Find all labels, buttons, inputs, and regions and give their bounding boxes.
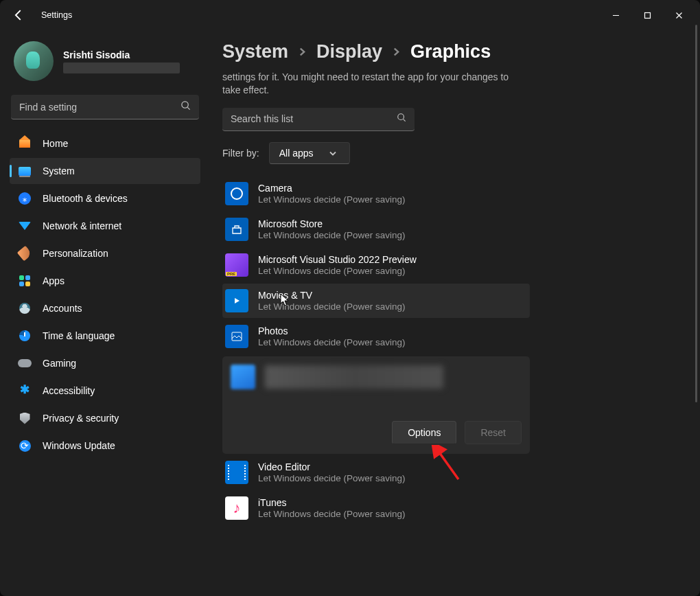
- app-row-itunes[interactable]: ♪ iTunesLet Windows decide (Power saving…: [222, 491, 530, 525]
- profile-name: Srishti Sisodia: [63, 49, 180, 60]
- app-sub: Let Windows decide (Power saving): [258, 194, 406, 205]
- system-icon: [18, 164, 32, 178]
- breadcrumb-graphics: Graphics: [410, 41, 491, 62]
- close-button[interactable]: [663, 4, 695, 26]
- nav-network[interactable]: Network & internet: [10, 213, 200, 239]
- chevron-right-icon: [392, 47, 401, 56]
- sidebar-search-input[interactable]: [19, 102, 180, 113]
- breadcrumb-display[interactable]: Display: [316, 41, 382, 62]
- nav-label: Gaming: [43, 358, 76, 369]
- videoeditor-icon: [225, 461, 248, 484]
- app-sub: Let Windows decide (Power saving): [258, 509, 406, 519]
- profile-email-redacted: [63, 62, 180, 73]
- search-icon: [180, 100, 191, 113]
- chevron-down-icon: [329, 149, 337, 157]
- nav-gaming[interactable]: Gaming: [10, 350, 200, 376]
- app-text-redacted: [265, 365, 443, 389]
- accessibility-icon: ✱: [18, 384, 32, 398]
- nav-label: Apps: [43, 275, 65, 286]
- app-row-videoeditor[interactable]: Video EditorLet Windows decide (Power sa…: [222, 455, 530, 490]
- camera-icon: [225, 182, 248, 205]
- app-sub: Let Windows decide (Power saving): [258, 230, 406, 240]
- list-search[interactable]: [222, 108, 415, 131]
- description-text: settings for it. You might need to resta…: [222, 71, 524, 97]
- movies-icon: [225, 289, 248, 312]
- nav-accessibility[interactable]: ✱Accessibility: [10, 378, 200, 404]
- bluetooth-icon: ⁎: [18, 192, 32, 205]
- app-name: Microsoft Visual Studio 2022 Preview: [258, 254, 417, 265]
- nav-system[interactable]: System: [10, 158, 200, 184]
- sidebar-search[interactable]: [11, 95, 199, 119]
- nav-apps[interactable]: Apps: [10, 268, 200, 294]
- nav-label: Personalization: [43, 248, 108, 259]
- svg-rect-0: [644, 12, 650, 18]
- app-icon-redacted: [231, 365, 255, 389]
- app-name: Microsoft Store: [258, 218, 406, 229]
- nav-accounts[interactable]: Accounts: [10, 295, 200, 321]
- svg-point-1: [182, 102, 188, 108]
- nav-label: Windows Update: [43, 440, 115, 451]
- app-row-expanded[interactable]: Options Reset: [222, 356, 530, 454]
- nav-update[interactable]: ⟳Windows Update: [10, 433, 200, 459]
- nav-label: Network & internet: [43, 220, 121, 231]
- filter-dropdown[interactable]: All apps: [269, 142, 350, 164]
- app-sub: Let Windows decide (Power saving): [258, 337, 406, 347]
- nav-privacy[interactable]: Privacy & security: [10, 405, 200, 431]
- app-name: iTunes: [258, 497, 406, 508]
- app-row-vs[interactable]: Microsoft Visual Studio 2022 PreviewLet …: [222, 248, 530, 282]
- app-sub: Let Windows decide (Power saving): [258, 266, 417, 276]
- app-name: Camera: [258, 183, 406, 194]
- window-title: Settings: [41, 10, 72, 20]
- list-search-input[interactable]: [231, 113, 397, 124]
- nav-home[interactable]: Home: [10, 130, 200, 157]
- update-icon: ⟳: [18, 439, 32, 452]
- minimize-button[interactable]: [600, 4, 631, 26]
- nav-list: Home System ⁎Bluetooth & devices Network…: [7, 130, 203, 459]
- app-sub: Let Windows decide (Power saving): [258, 301, 406, 312]
- reset-button: Reset: [465, 421, 522, 444]
- clock-icon: [18, 329, 32, 343]
- sidebar: Srishti Sisodia Home System ⁎Bluetooth &…: [0, 30, 210, 596]
- back-button[interactable]: [11, 8, 26, 23]
- app-name: Movies & TV: [258, 290, 406, 301]
- gamepad-icon: [18, 356, 32, 370]
- store-icon: [225, 218, 248, 241]
- nav-label: Accessibility: [43, 385, 95, 396]
- avatar: [14, 41, 54, 81]
- person-icon: [18, 301, 32, 315]
- wifi-icon: [18, 219, 32, 233]
- apps-icon: [18, 274, 32, 288]
- nav-label: Accounts: [43, 303, 82, 314]
- app-row-store[interactable]: Microsoft StoreLet Windows decide (Power…: [222, 212, 530, 247]
- main-content: System Display Graphics settings for it.…: [210, 30, 700, 596]
- app-row-camera[interactable]: CameraLet Windows decide (Power saving): [222, 176, 530, 211]
- app-row-movies[interactable]: Movies & TVLet Windows decide (Power sav…: [222, 284, 530, 318]
- search-icon: [397, 113, 406, 125]
- nav-bluetooth[interactable]: ⁎Bluetooth & devices: [10, 185, 200, 211]
- maximize-button[interactable]: [631, 4, 663, 26]
- itunes-icon: ♪: [225, 496, 248, 520]
- brush-icon: [18, 247, 32, 260]
- breadcrumb: System Display Graphics: [222, 41, 684, 62]
- nav-label: Privacy & security: [43, 413, 119, 424]
- home-icon: [18, 137, 32, 150]
- nav-label: Bluetooth & devices: [43, 193, 128, 204]
- app-name: Photos: [258, 325, 406, 336]
- nav-personalization[interactable]: Personalization: [10, 240, 200, 266]
- shield-icon: [18, 411, 32, 425]
- app-row-photos[interactable]: PhotosLet Windows decide (Power saving): [222, 319, 530, 354]
- filter-value: All apps: [279, 148, 314, 159]
- filter-label: Filter by:: [222, 148, 259, 159]
- settings-window: Settings Srishti Sisodia Home: [0, 0, 700, 596]
- scrollbar[interactable]: [695, 4, 697, 588]
- breadcrumb-system[interactable]: System: [222, 41, 288, 62]
- app-list: CameraLet Windows decide (Power saving) …: [222, 176, 530, 525]
- nav-time[interactable]: Time & language: [10, 323, 200, 349]
- scrollbar-thumb[interactable]: [695, 25, 697, 402]
- app-sub: Let Windows decide (Power saving): [258, 473, 406, 483]
- app-name: Video Editor: [258, 461, 406, 472]
- nav-label: System: [43, 165, 75, 176]
- options-button[interactable]: Options: [392, 421, 456, 444]
- profile-block[interactable]: Srishti Sisodia: [7, 37, 203, 92]
- photos-icon: [225, 325, 248, 348]
